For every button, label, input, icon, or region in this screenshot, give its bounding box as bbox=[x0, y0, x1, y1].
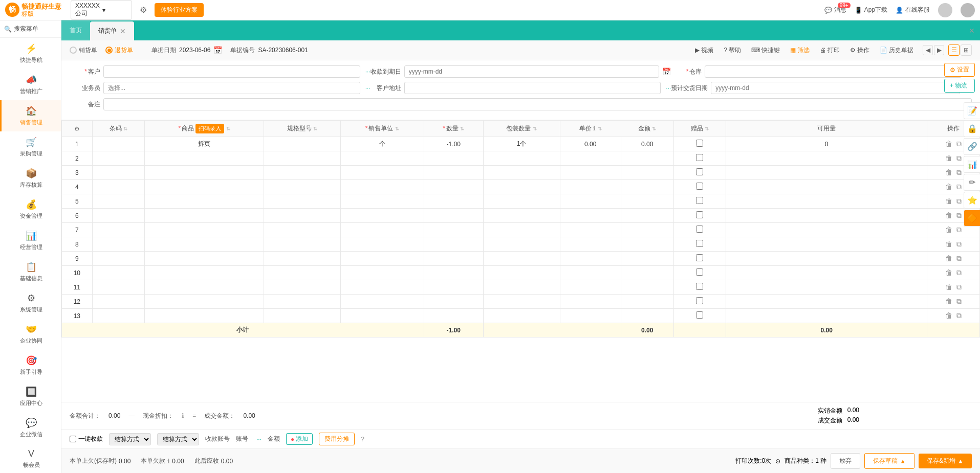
customer-input[interactable] bbox=[103, 65, 360, 78]
settings-btn[interactable]: ⚙ 设置 bbox=[944, 63, 975, 77]
grid-view-btn[interactable]: ⊞ bbox=[961, 44, 972, 56]
copy-icon-5[interactable]: ⧉ bbox=[956, 197, 962, 205]
copy-icon-10[interactable]: ⧉ bbox=[956, 268, 962, 277]
salesman-dots[interactable]: ··· bbox=[365, 84, 371, 92]
sidebar-search[interactable]: 🔍 搜索菜单 bbox=[0, 20, 61, 38]
sidebar-item-purchase[interactable]: 🛒 采购管理 bbox=[0, 131, 61, 163]
float-btn-3[interactable]: 🔗 bbox=[964, 138, 980, 155]
sidebar-item-appstore[interactable]: 🔲 应用中心 bbox=[0, 381, 61, 412]
tab-sales-order[interactable]: 销货单 ✕ bbox=[90, 21, 134, 40]
account-dots[interactable]: ··· bbox=[256, 436, 262, 443]
delete-icon-12[interactable]: 🗑 bbox=[945, 297, 952, 305]
history-btn[interactable]: 📄 历史单据 bbox=[877, 45, 917, 56]
info-icon[interactable]: ℹ bbox=[182, 412, 184, 419]
copy-icon-7[interactable]: ⧉ bbox=[956, 226, 962, 234]
sidebar-item-operations[interactable]: 📊 经营管理 bbox=[0, 225, 61, 256]
delete-icon-8[interactable]: 🗑 bbox=[945, 240, 952, 248]
tab-home[interactable]: 首页 bbox=[61, 21, 90, 40]
copy-icon-13[interactable]: ⧉ bbox=[956, 311, 962, 320]
owe-help-icon[interactable]: ℹ bbox=[167, 458, 170, 465]
copy-icon-1[interactable]: ⧉ bbox=[956, 140, 962, 148]
copy-icon-2[interactable]: ⧉ bbox=[956, 154, 962, 162]
sidebar-item-guide[interactable]: 🎯 新手引导 bbox=[0, 350, 61, 381]
float-btn-4[interactable]: 📊 bbox=[964, 156, 980, 173]
gift-checkbox-7[interactable] bbox=[696, 226, 703, 233]
addr-dots[interactable]: ··· bbox=[666, 84, 671, 92]
customer-addr-input[interactable] bbox=[404, 82, 661, 94]
gift-checkbox-1[interactable] bbox=[696, 140, 703, 147]
app-download-btn[interactable]: 📱 App下载 bbox=[855, 6, 887, 14]
calc-method-select[interactable]: 结算方式 bbox=[157, 433, 199, 445]
radio-sale-order[interactable]: 销货单 bbox=[70, 46, 97, 55]
settings-icon[interactable]: ⚙ bbox=[136, 3, 150, 17]
discard-btn[interactable]: 放弃 bbox=[831, 453, 860, 469]
radio-return-order[interactable]: 退货单 bbox=[105, 46, 133, 55]
th-settings[interactable]: ⚙ bbox=[62, 121, 93, 137]
next-arrow[interactable]: ▶ bbox=[934, 45, 944, 55]
delete-icon-5[interactable]: 🗑 bbox=[945, 197, 952, 205]
sidebar-item-marketing[interactable]: 📣 营销推广 bbox=[0, 69, 61, 100]
save-new-btn[interactable]: 保存&新增 ▲ bbox=[919, 454, 972, 468]
delete-icon-10[interactable]: 🗑 bbox=[945, 268, 952, 277]
message-btn[interactable]: 💬 消息 99+ bbox=[824, 6, 846, 14]
logistics-btn[interactable]: + 物流 bbox=[944, 79, 975, 93]
sidebar-item-quick-nav[interactable]: ⚡ 快捷导航 bbox=[0, 38, 61, 69]
help-btn[interactable]: ? 帮助 bbox=[721, 45, 744, 56]
scan-btn[interactable]: 扫码录入 bbox=[195, 124, 224, 133]
delete-icon-6[interactable]: 🗑 bbox=[945, 211, 952, 219]
list-view-btn[interactable]: ☰ bbox=[948, 44, 960, 56]
remark-input[interactable] bbox=[103, 98, 972, 110]
delete-icon-3[interactable]: 🗑 bbox=[945, 168, 952, 176]
sidebar-item-collab[interactable]: 🤝 企业协同 bbox=[0, 319, 61, 350]
gift-checkbox-6[interactable] bbox=[696, 211, 703, 218]
company-selector[interactable]: XXXXXX公司 ▾ bbox=[71, 0, 132, 20]
tab-close-all[interactable]: ✕ bbox=[969, 27, 980, 35]
sidebar-item-member[interactable]: V 畅会员 bbox=[0, 443, 61, 473]
copy-icon-9[interactable]: ⧉ bbox=[956, 254, 962, 262]
float-btn-1[interactable]: 📝 bbox=[964, 102, 980, 119]
delete-icon-4[interactable]: 🗑 bbox=[945, 183, 952, 191]
float-btn-7[interactable]: 🔶 bbox=[964, 210, 980, 227]
float-btn-2[interactable]: 🔒 bbox=[964, 120, 980, 137]
delete-icon-9[interactable]: 🗑 bbox=[945, 254, 952, 262]
sidebar-item-inventory[interactable]: 📦 库存核算 bbox=[0, 163, 61, 194]
operate-btn[interactable]: ⚙ 操作 bbox=[847, 45, 873, 56]
gift-checkbox-4[interactable] bbox=[696, 183, 703, 190]
copy-icon-6[interactable]: ⧉ bbox=[956, 211, 962, 219]
float-btn-5[interactable]: ✏ bbox=[964, 174, 980, 191]
sidebar-item-finance[interactable]: 💰 资金管理 bbox=[0, 194, 61, 225]
save-draft-btn[interactable]: 保存草稿 ▲ bbox=[864, 453, 914, 469]
gift-checkbox-11[interactable] bbox=[696, 283, 703, 290]
gift-checkbox-2[interactable] bbox=[696, 154, 703, 161]
delete-icon-7[interactable]: 🗑 bbox=[945, 226, 952, 234]
delete-icon-13[interactable]: 🗑 bbox=[945, 311, 952, 320]
salesman-input[interactable] bbox=[103, 82, 360, 94]
expense-help-icon[interactable]: ? bbox=[361, 436, 364, 443]
one-click-payment-checkbox[interactable]: 一键收款 bbox=[70, 435, 103, 443]
gift-checkbox-13[interactable] bbox=[696, 311, 703, 319]
delete-icon-2[interactable]: 🗑 bbox=[945, 154, 952, 162]
sidebar-item-wechat[interactable]: 💬 企业微信 bbox=[0, 412, 61, 443]
copy-icon-4[interactable]: ⧉ bbox=[956, 183, 962, 191]
gift-checkbox-9[interactable] bbox=[696, 254, 703, 261]
settlement-method-select[interactable]: 结算方式 bbox=[109, 433, 151, 445]
sidebar-item-sales[interactable]: 🏠 销售管理 bbox=[0, 100, 61, 131]
copy-icon-8[interactable]: ⧉ bbox=[956, 240, 962, 248]
delivery-date-input[interactable] bbox=[711, 82, 960, 94]
one-click-payment-check[interactable] bbox=[70, 436, 76, 442]
video-btn[interactable]: ▶ 视频 bbox=[692, 45, 716, 56]
gift-checkbox-3[interactable] bbox=[696, 168, 703, 175]
prev-arrow[interactable]: ◀ bbox=[923, 45, 933, 55]
gift-checkbox-12[interactable] bbox=[696, 297, 703, 304]
warehouse-input[interactable]: 建材仓 bbox=[705, 65, 962, 78]
float-btn-6[interactable]: ⭐ bbox=[964, 192, 980, 209]
avatar[interactable] bbox=[938, 3, 952, 17]
gift-checkbox-5[interactable] bbox=[696, 197, 703, 204]
copy-icon-3[interactable]: ⧉ bbox=[956, 168, 962, 176]
filter-btn[interactable]: ▦ 筛选 bbox=[787, 45, 813, 56]
print-btn[interactable]: 🖨 打印 bbox=[817, 45, 843, 56]
payment-due-input[interactable] bbox=[404, 65, 660, 78]
payment-calendar-icon[interactable]: 📅 bbox=[662, 67, 671, 76]
sidebar-item-system[interactable]: ⚙ 系统管理 bbox=[0, 287, 61, 319]
shortcut-btn[interactable]: ⌨ 快捷键 bbox=[748, 45, 783, 56]
